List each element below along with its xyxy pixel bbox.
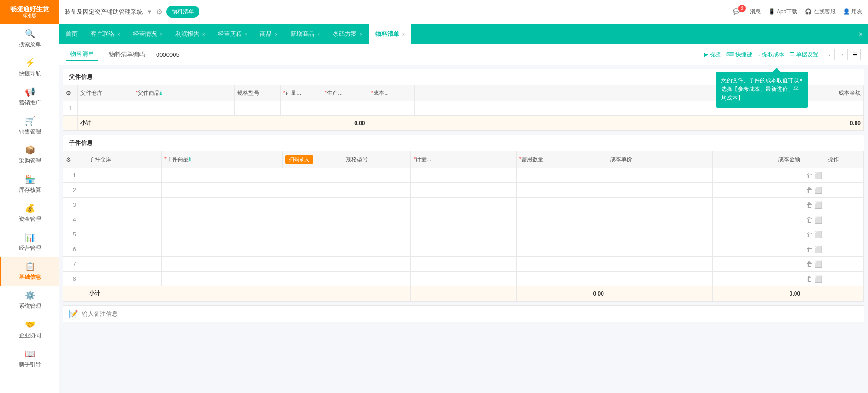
tab-close-icon[interactable]: × (202, 32, 205, 37)
prev-arrow-button[interactable]: ‹ (824, 49, 835, 60)
tab-profit[interactable]: 利润报告 × (169, 24, 211, 44)
tooltip-close-button[interactable]: × (799, 76, 802, 85)
dropdown-arrow-icon[interactable]: ▼ (146, 8, 152, 15)
child-unit-cost-cell[interactable] (607, 168, 682, 183)
child-spec-cell[interactable] (343, 183, 410, 198)
note-icon: 📝 (69, 309, 78, 318)
message-label: 消息 (750, 8, 761, 15)
tab-close-icon[interactable]: × (360, 32, 362, 37)
sidebar-item-operations[interactable]: 📊 经营管理 (0, 228, 59, 257)
tab-close-icon[interactable]: × (160, 32, 163, 37)
parent-cost-cell[interactable] (368, 101, 414, 116)
child-warehouse-cell[interactable] (86, 168, 162, 183)
subtotal-cost: 0.00 (808, 116, 864, 131)
app-download[interactable]: 📱 App下载 (768, 8, 797, 16)
tab-close-icon[interactable]: × (117, 32, 120, 37)
delete-icon[interactable]: 🗑 (806, 231, 813, 238)
sidebar-item-enterprise[interactable]: 🤝 企业协同 (0, 315, 59, 344)
sidebar-item-basic-info[interactable]: 📋 基础信息 (0, 257, 59, 286)
delete-icon[interactable]: 🗑 (806, 246, 813, 253)
settings-action[interactable]: ☰ 单据设置 (790, 51, 818, 59)
tab-close-icon[interactable]: × (402, 32, 405, 37)
sidebar-item-finance[interactable]: 💰 资金管理 (0, 199, 59, 228)
child-col-scan: 扫码录入 (282, 151, 343, 168)
row-number: 2 (63, 183, 86, 198)
online-service[interactable]: 🎧 在线客服 (805, 8, 835, 16)
sidebar-item-system[interactable]: ⚙️ 系统管理 (0, 286, 59, 315)
shortcut-action[interactable]: ⌨ 快捷键 (726, 51, 752, 59)
view-action[interactable]: ▶ 视频 (704, 51, 721, 59)
child-qty-cell[interactable] (516, 168, 607, 183)
parent-warehouse-cell[interactable] (77, 101, 133, 116)
child-qty-cell[interactable] (516, 183, 607, 198)
child-unit-cell[interactable] (410, 168, 471, 183)
child-warehouse-cell[interactable] (86, 183, 162, 198)
user-area[interactable]: 👤 用友 (843, 8, 862, 16)
main-area: 装备及固定资产辅助管理系统 ▼ ⚙ 物料清单 💬 6 消息 📱 App下载 🎧 … (59, 0, 868, 393)
child-spec-cell[interactable] (343, 168, 410, 183)
copy-icon[interactable]: ⬜ (814, 201, 822, 209)
message-badge: 6 (738, 5, 746, 12)
experience-button[interactable]: 物料清单 (166, 6, 199, 18)
parent-goods-cell[interactable] (133, 101, 234, 116)
tab-close-all-icon[interactable]: ✕ (854, 31, 868, 38)
tab-history[interactable]: 经营历程 × (211, 24, 254, 44)
copy-icon[interactable]: ⬜ (814, 231, 822, 238)
child-unit-cell[interactable] (410, 183, 471, 198)
parent-col-settings: ⚙ (63, 85, 77, 101)
sidebar-item-inventory[interactable]: 🏪 库存核算 (0, 169, 59, 199)
delete-icon[interactable]: 🗑 (806, 275, 813, 283)
book-icon: 📖 (25, 349, 35, 359)
sidebar-item-quick-nav[interactable]: ⚡ 快捷导航 (0, 53, 59, 82)
tab-close-icon[interactable]: × (245, 32, 247, 37)
child-subtotal-cost: 0.00 (712, 286, 803, 301)
tab-close-icon[interactable]: × (275, 32, 277, 37)
copy-icon[interactable]: ⬜ (814, 246, 822, 253)
child-col-warehouse: 子件仓库 (86, 151, 162, 168)
copy-icon[interactable]: ⬜ (814, 187, 822, 194)
parent-unit-cell[interactable] (280, 101, 322, 116)
tab-barcode[interactable]: 条码方案 × (326, 24, 369, 44)
copy-icon[interactable]: ⬜ (814, 172, 822, 179)
tab-new-goods[interactable]: 新增商品 × (284, 24, 326, 44)
gear-icon[interactable]: ⚙ (66, 90, 71, 97)
sidebar-item-marketing[interactable]: 📢 营销推广 (0, 82, 59, 111)
sidebar-item-guide[interactable]: 📖 新手引导 (0, 344, 59, 373)
cost-action[interactable]: ↓ 提取成本 (758, 51, 784, 59)
copy-icon[interactable]: ⬜ (814, 260, 822, 268)
tab-close-icon[interactable]: × (317, 32, 320, 37)
copy-icon[interactable]: ⬜ (814, 275, 822, 283)
parent-production-cell[interactable] (322, 101, 368, 116)
delete-icon[interactable]: 🗑 (806, 216, 813, 224)
tab-home[interactable]: 首页 (59, 24, 84, 44)
list-view-button[interactable]: ☰ (850, 49, 861, 60)
delete-icon[interactable]: 🗑 (806, 172, 813, 179)
sidebar-item-sales[interactable]: 🛒 销售管理 (0, 111, 59, 140)
tab-bom[interactable]: 物料清单 × (369, 24, 411, 44)
sidebar-item-search[interactable]: 🔍 搜索菜单 (0, 24, 59, 53)
copy-icon[interactable]: ⬜ (814, 216, 822, 224)
tab-customer[interactable]: 客户联络 × (84, 24, 127, 44)
parent-spec-cell[interactable] (234, 101, 280, 116)
sub-header: 物料清单 物料清单编码 0000005 ▶ 视频 ⌨ 快捷键 ↓ 提取成本 ☰ (59, 44, 868, 65)
delete-icon[interactable]: 🗑 (806, 187, 813, 194)
message-area[interactable]: 💬 6 消息 (733, 8, 761, 16)
scan-input-button[interactable]: 扫码录入 (285, 155, 313, 164)
child-col-spacer2 (682, 151, 712, 168)
delete-icon[interactable]: 🗑 (806, 201, 813, 209)
note-input[interactable] (82, 310, 858, 317)
tab-goods[interactable]: 商品 × (253, 24, 284, 44)
sub-tab-code[interactable]: 物料清单编码 (105, 48, 149, 60)
sidebar-item-purchase[interactable]: 📦 采购管理 (0, 140, 59, 169)
child-unit-cost-cell[interactable] (607, 183, 682, 198)
tab-operations[interactable]: 经营情况 × (127, 24, 169, 44)
delete-icon[interactable]: 🗑 (806, 260, 813, 268)
settings-icon[interactable]: ⚙ (156, 7, 163, 16)
sub-tab-bom[interactable]: 物料清单 (66, 48, 98, 61)
parent-col-production: *生产... (322, 85, 368, 101)
child-goods-cell[interactable] (162, 183, 343, 198)
gear-icon[interactable]: ⚙ (66, 157, 71, 163)
next-arrow-button[interactable]: › (837, 49, 848, 60)
page-content: 物料清单 物料清单编码 0000005 ▶ 视频 ⌨ 快捷键 ↓ 提取成本 ☰ (59, 44, 868, 393)
child-goods-cell[interactable] (162, 168, 343, 183)
